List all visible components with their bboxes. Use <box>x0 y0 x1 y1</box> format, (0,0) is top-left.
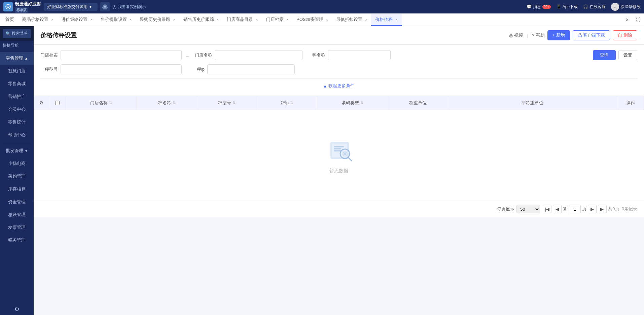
scale-model-input[interactable] <box>61 64 182 74</box>
tab-close-all-button[interactable]: × <box>622 15 632 25</box>
settings-button[interactable]: 设置 <box>618 50 637 60</box>
sidebar-item-help-center[interactable]: 帮助中心 <box>0 129 34 141</box>
tab-label: 商品价格设置 <box>22 16 48 23</box>
sidebar-item-purchase-mgmt[interactable]: 采购管理 <box>0 170 34 183</box>
online-service-button[interactable]: 🎧 在线客服 <box>583 4 606 10</box>
tab-sale-history[interactable]: 销售历史价跟踪 × <box>179 14 223 26</box>
tab-close-icon[interactable]: × <box>90 18 92 22</box>
scale-ip-input[interactable] <box>207 64 295 74</box>
top-header: 畅捷通好业财 标准版 好业财标准版交付试用 ▾ 我要看实例演示 💬 消息 99+… <box>0 0 644 13</box>
tab-close-icon[interactable]: × <box>395 18 397 22</box>
empty-state: 暂无数据 <box>34 110 644 201</box>
collapse-button[interactable]: ▲ 收起更多条件 <box>323 81 355 90</box>
tab-purchase-strategy[interactable]: 进价策略设置 × <box>57 14 96 26</box>
tab-pos-encrypt[interactable]: POS加密管理 × <box>292 14 332 26</box>
sidebar-item-label: 智慧门店 <box>8 68 26 73</box>
content-area: 价格传秤设置 ◎ 视频 | ? 帮助 + 新增 凸 客户端下载 自 删除 <box>34 26 644 315</box>
store-archive-input[interactable] <box>61 50 182 60</box>
col-label: 门店名称 <box>90 100 108 106</box>
client-download-button[interactable]: 凸 客户端下载 <box>573 30 610 40</box>
search-menu-button[interactable]: 🔍 搜索菜单 <box>3 29 31 38</box>
demo-link[interactable]: 我要看实例演示 <box>112 4 146 10</box>
query-button[interactable]: 查询 <box>593 50 616 60</box>
filter-scale-name: 秤名称 <box>308 50 391 60</box>
sidebar-item-tax-mgmt[interactable]: 税务管理 <box>0 234 34 247</box>
tab-purchase-history[interactable]: 采购历史价跟踪 × <box>136 14 179 26</box>
sidebar-settings-button[interactable]: ⚙ <box>3 306 31 312</box>
sort-icon[interactable]: ⇅ <box>173 101 176 105</box>
avatar-initials: 人 <box>613 4 617 9</box>
tab-close-icon[interactable]: × <box>326 18 328 22</box>
page-number-input[interactable] <box>569 205 581 213</box>
tab-close-icon[interactable]: × <box>51 18 53 22</box>
sidebar-item-member-center[interactable]: 会员中心 <box>0 103 34 116</box>
sidebar-item-label: 总账管理 <box>8 212 26 217</box>
last-page-button[interactable]: ▶| <box>598 205 607 213</box>
svg-rect-4 <box>334 146 344 147</box>
message-label: 消息 <box>533 4 541 10</box>
sidebar-item-invoice-mgmt[interactable]: 发票管理 <box>0 221 34 234</box>
sort-icon[interactable]: ⇅ <box>109 101 112 105</box>
store-name-input[interactable] <box>215 50 302 60</box>
sort-icon[interactable]: ⇅ <box>360 101 363 105</box>
tab-close-icon[interactable]: × <box>130 18 132 22</box>
video-icon: ◎ <box>509 33 513 38</box>
sidebar-item-retail-mgmt[interactable]: 零售管理 ▲ <box>0 52 34 65</box>
ellipsis-button[interactable]: ... <box>186 53 189 58</box>
arrow-up-icon: ▲ <box>25 57 28 60</box>
tab-product-price[interactable]: 商品价格设置 × <box>18 14 57 26</box>
sidebar-item-wholesale-mgmt[interactable]: 批发管理 ▼ <box>0 144 34 157</box>
tab-sale-extract[interactable]: 售价提取设置 × <box>97 14 136 26</box>
tab-home[interactable]: 首页 <box>1 14 18 26</box>
store-name-label: 门店名称 <box>195 52 212 58</box>
tab-min-discount[interactable]: 最低折扣设置 × <box>332 14 371 26</box>
video-link[interactable]: ◎ 视频 <box>509 32 523 38</box>
help-link[interactable]: ? 帮助 <box>532 32 544 38</box>
empty-text: 暂无数据 <box>329 168 348 174</box>
sidebar-item-finance[interactable]: 资金管理 <box>0 196 34 208</box>
table-col-checkbox[interactable] <box>49 96 66 110</box>
sidebar-item-label: 营销推广 <box>8 94 26 99</box>
page-size-select[interactable]: 50 10 20 100 <box>516 205 540 213</box>
tab-label: 采购历史价跟踪 <box>140 16 170 23</box>
sidebar-item-inventory[interactable]: 库存核算 <box>0 183 34 196</box>
sidebar-item-retail-mall[interactable]: 零售商城 <box>0 77 34 90</box>
app-download-icon: 📱 <box>556 4 561 9</box>
tab-expand-button[interactable]: ⛶ <box>633 15 643 25</box>
delete-button[interactable]: 自 删除 <box>613 30 637 40</box>
pagination-controls: |◀ ◀ 算 页 ▶ ▶| 共0页, 0条记录 <box>543 205 637 213</box>
scale-name-input[interactable] <box>328 50 391 60</box>
prev-page-button[interactable]: ◀ <box>553 205 562 213</box>
tab-close-icon[interactable]: × <box>286 18 288 22</box>
sidebar-item-small-ecommerce[interactable]: 小畅电商 <box>0 157 34 170</box>
sidebar-item-smart-store[interactable]: 智慧门店 <box>0 65 34 77</box>
table-col-settings[interactable]: ⚙ <box>34 96 49 110</box>
app-download-button[interactable]: 📱 App下载 <box>556 4 578 10</box>
sort-icon[interactable]: ⇅ <box>232 101 236 105</box>
tab-label: 门店商品目录 <box>227 16 253 23</box>
version-dropdown[interactable]: 好业财标准版交付试用 ▾ <box>44 3 98 11</box>
tab-close-icon[interactable]: × <box>256 18 258 22</box>
user-info[interactable]: 人 徐泽华修改 <box>611 3 641 11</box>
filter-row-1: 门店档案 ... 门店名称 秤名称 查询 设置 <box>40 50 637 60</box>
tab-price-scale[interactable]: 价格传秤 × <box>371 14 401 26</box>
tab-close-icon[interactable]: × <box>217 18 219 22</box>
first-page-button[interactable]: |◀ <box>543 205 551 213</box>
tab-store-archive[interactable]: 门店档案 × <box>262 14 292 26</box>
message-button[interactable]: 💬 消息 99+ <box>527 4 551 10</box>
select-all-checkbox[interactable] <box>55 101 60 105</box>
tab-label: 最低折扣设置 <box>336 16 362 23</box>
sidebar-item-marketing[interactable]: 营销推广 <box>0 90 34 103</box>
next-page-button[interactable]: ▶ <box>588 205 597 213</box>
page-suffix-label: 页 <box>582 206 586 212</box>
sort-icon[interactable]: ⇅ <box>290 101 293 105</box>
tab-store-catalog[interactable]: 门店商品目录 × <box>223 14 262 26</box>
tab-close-icon[interactable]: × <box>365 18 367 22</box>
per-page-label: 每页显示 <box>497 206 514 212</box>
header-settings-button[interactable] <box>100 2 110 11</box>
tab-close-icon[interactable]: × <box>173 18 175 22</box>
sidebar-item-retail-stats[interactable]: 零售统计 <box>0 116 34 129</box>
add-button[interactable]: + 新增 <box>547 30 570 40</box>
filter-scale-model: 秤型号 <box>40 64 182 74</box>
sidebar-item-general-ledger[interactable]: 总账管理 <box>0 208 34 221</box>
